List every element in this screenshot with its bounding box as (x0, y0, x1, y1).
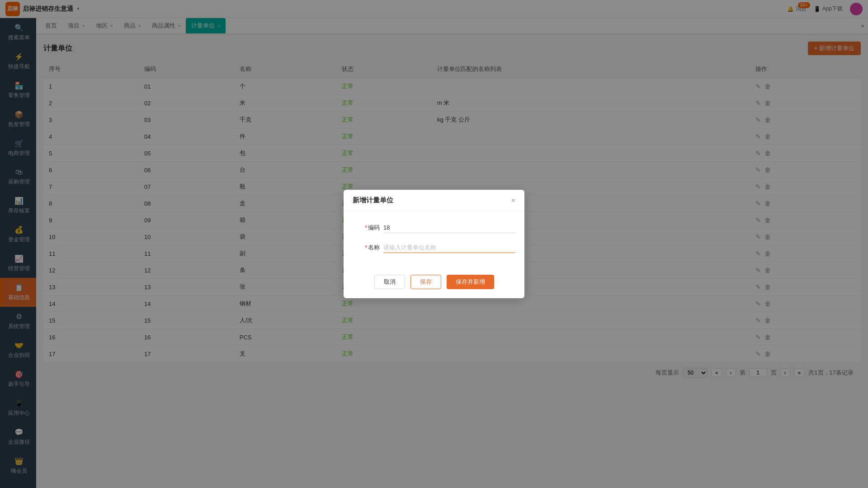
save-button[interactable]: 保存 (410, 275, 441, 289)
code-required-mark: * (365, 224, 367, 231)
name-required-mark: * (365, 244, 367, 251)
modal-title: 新增计量单位 (353, 196, 393, 205)
modal-overlay[interactable]: 新增计量单位 × *编码 *名称 取消 保存 保存并新增 (0, 0, 868, 488)
code-label: *编码 (353, 224, 380, 232)
code-form-row: *编码 (353, 222, 515, 233)
save-and-new-button[interactable]: 保存并新增 (447, 275, 494, 289)
modal-footer: 取消 保存 保存并新增 (344, 269, 524, 298)
add-unit-modal: 新增计量单位 × *编码 *名称 取消 保存 保存并新增 (344, 190, 524, 298)
name-input[interactable] (383, 242, 515, 253)
name-label: *名称 (353, 244, 380, 252)
cancel-button[interactable]: 取消 (374, 275, 405, 289)
modal-close-button[interactable]: × (511, 197, 515, 205)
modal-body: *编码 *名称 (344, 211, 524, 269)
name-form-row: *名称 (353, 242, 515, 253)
modal-header: 新增计量单位 × (344, 190, 524, 211)
code-input[interactable] (383, 222, 515, 233)
